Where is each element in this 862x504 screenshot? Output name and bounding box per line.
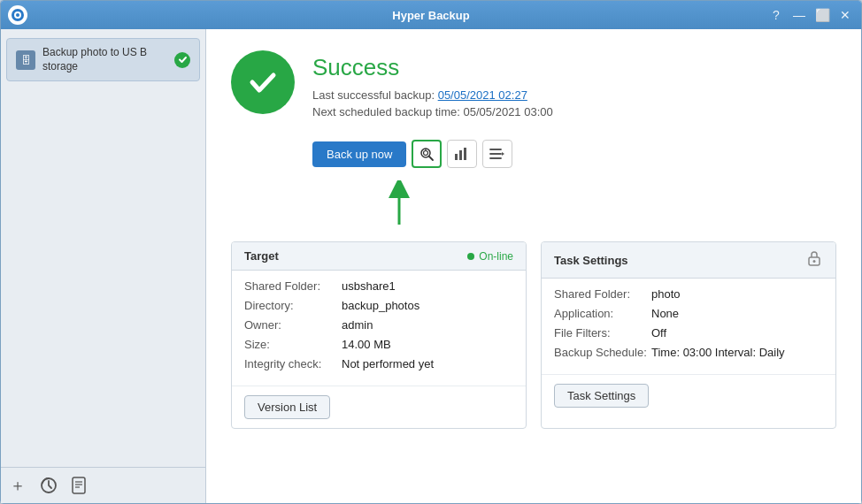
task-shared-folder-value: photo xyxy=(651,287,681,301)
last-backup-label: Last successful backup: xyxy=(312,88,435,102)
sidebar-items: 🗄 Backup photo to US B storage xyxy=(1,29,205,467)
svg-point-10 xyxy=(424,151,428,156)
main-layout: 🗄 Backup photo to US B storage ＋ xyxy=(1,29,861,503)
table-row: Shared Folder: usbshare1 xyxy=(244,279,513,293)
table-row: File Filters: Off xyxy=(554,326,823,340)
app-logo xyxy=(8,5,27,25)
svg-rect-12 xyxy=(455,154,458,160)
svg-rect-14 xyxy=(464,148,466,160)
sidebar-item-status-badge xyxy=(174,52,190,68)
backup-schedule-value: Time: 03:00 Interval: Daily xyxy=(651,346,785,359)
target-panel: Target On-line Shared Folder: usbshare1 … xyxy=(231,241,527,429)
svg-point-20 xyxy=(813,260,816,263)
svg-point-2 xyxy=(16,13,19,17)
task-panel-title: Task Settings xyxy=(554,254,628,267)
table-row: Integrity check: Not performed yet xyxy=(244,357,513,370)
info-panels: Target On-line Shared Folder: usbshare1 … xyxy=(231,241,836,429)
owner-value: admin xyxy=(342,318,373,332)
sidebar-item-label: Backup photo to US B storage xyxy=(42,46,167,73)
shared-folder-value: usbshare1 xyxy=(342,279,396,293)
file-filters-value: Off xyxy=(651,326,666,340)
table-row: Backup Schedule: Time: 03:00 Interval: D… xyxy=(554,346,823,359)
svg-rect-13 xyxy=(459,150,462,160)
last-backup-link[interactable]: 05/05/2021 02:27 xyxy=(438,88,527,102)
shared-folder-label: Shared Folder: xyxy=(244,279,342,293)
window-controls: ? — ⬜ ✕ xyxy=(767,6,854,24)
app-window: Hyper Backup ? — ⬜ ✕ 🗄 Backup photo to U… xyxy=(0,0,862,504)
table-row: Directory: backup_photos xyxy=(244,299,513,312)
minimize-button[interactable]: — xyxy=(790,6,808,24)
success-icon xyxy=(231,50,295,114)
more-options-button[interactable] xyxy=(482,140,512,168)
window-title: Hyper Backup xyxy=(392,9,469,22)
integrity-label: Integrity check: xyxy=(244,357,342,370)
sidebar: 🗄 Backup photo to US B storage ＋ xyxy=(1,29,206,503)
file-filters-label: File Filters: xyxy=(554,326,651,340)
add-backup-button[interactable]: ＋ xyxy=(10,475,26,496)
directory-value: backup_photos xyxy=(342,299,419,312)
next-backup-info: Next scheduled backup time: 05/05/2021 0… xyxy=(312,105,836,118)
backup-item-icon: 🗄 xyxy=(16,50,35,70)
statistics-button[interactable] xyxy=(447,140,477,168)
svg-line-9 xyxy=(429,157,433,160)
success-info: Success Last successful backup: 05/05/20… xyxy=(312,50,836,118)
table-row: Size: 14.00 MB xyxy=(244,338,513,351)
size-value: 14.00 MB xyxy=(342,338,391,351)
target-panel-header: Target On-line xyxy=(232,242,526,271)
task-panel-footer: Task Settings xyxy=(542,374,835,416)
last-backup-info: Last successful backup: 05/05/2021 02:27 xyxy=(312,88,836,102)
online-status: On-line xyxy=(467,250,513,263)
owner-label: Owner: xyxy=(244,318,342,332)
task-settings-button[interactable]: Task Settings xyxy=(554,384,649,408)
version-list-button[interactable]: Version List xyxy=(244,395,330,419)
browse-backup-button[interactable] xyxy=(412,140,442,168)
content-area: Success Last successful backup: 05/05/20… xyxy=(206,29,861,503)
target-panel-body: Shared Folder: usbshare1 Directory: back… xyxy=(232,271,526,386)
table-row: Shared Folder: photo xyxy=(554,287,823,301)
log-button[interactable] xyxy=(72,477,88,494)
target-panel-footer: Version List xyxy=(232,386,526,428)
help-button[interactable]: ? xyxy=(767,6,785,24)
online-dot xyxy=(467,253,474,260)
application-value: None xyxy=(651,307,679,320)
titlebar: Hyper Backup ? — ⬜ ✕ xyxy=(1,1,861,29)
table-row: Owner: admin xyxy=(244,318,513,332)
backup-schedule-label: Backup Schedule: xyxy=(554,346,651,359)
success-header: Success Last successful backup: 05/05/20… xyxy=(231,50,836,118)
success-title: Success xyxy=(312,54,836,81)
task-settings-panel: Task Settings Shared Folder: p xyxy=(541,241,836,429)
maximize-button[interactable]: ⬜ xyxy=(813,6,831,24)
application-label: Application: xyxy=(554,307,651,320)
lock-icon[interactable] xyxy=(805,249,823,271)
size-label: Size: xyxy=(244,338,342,351)
target-panel-title: Target xyxy=(244,249,279,263)
close-button[interactable]: ✕ xyxy=(836,6,854,24)
sidebar-item-backup[interactable]: 🗄 Backup photo to US B storage xyxy=(6,38,200,81)
svg-rect-4 xyxy=(73,477,85,493)
task-panel-body: Shared Folder: photo Application: None F… xyxy=(542,279,835,374)
titlebar-left xyxy=(8,5,27,25)
online-label: On-line xyxy=(479,250,513,263)
task-shared-folder-label: Shared Folder: xyxy=(554,287,651,301)
table-row: Application: None xyxy=(554,307,823,320)
backup-history-button[interactable] xyxy=(40,477,58,494)
sidebar-footer: ＋ xyxy=(1,467,205,503)
integrity-value: Not performed yet xyxy=(342,357,434,370)
backup-now-button[interactable]: Back up now xyxy=(312,141,406,167)
directory-label: Directory: xyxy=(244,299,342,312)
task-panel-header: Task Settings xyxy=(542,242,835,279)
action-bar: Back up now xyxy=(312,140,836,168)
arrow-indicator xyxy=(386,180,836,227)
